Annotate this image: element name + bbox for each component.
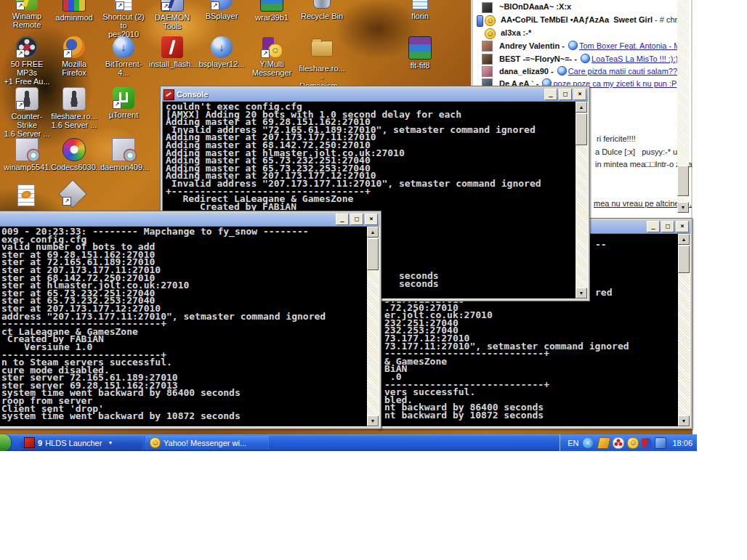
winamp-remote-icon bbox=[16, 0, 38, 10]
contact-status-link[interactable]: LoaTeaS La MisTo !!! :):)):)):) bbox=[591, 54, 681, 63]
taskbar-button-yahoo[interactable]: ☺ Yahoo! Messenger wi... bbox=[145, 436, 269, 450]
avatar bbox=[482, 66, 493, 77]
desktop-icon-bittorrent[interactable]: BitTorrent-4... bbox=[100, 36, 147, 77]
shortcut-arrow-icon bbox=[16, 101, 25, 110]
smiley-icon: ☺ bbox=[485, 28, 496, 39]
desktop-icon-50-free-mp3s[interactable]: 50 FREE MP3s +1 Free Au... bbox=[4, 36, 50, 86]
console-fragment: -- bbox=[595, 240, 607, 248]
scroll-up-button[interactable]: ▲ bbox=[576, 102, 587, 113]
tray-icon-pencil[interactable] bbox=[597, 437, 611, 449]
taskbar: 9 HLDS Launcher ▼ ☺ Yahoo! Messenger wi.… bbox=[0, 434, 697, 451]
minimize-button[interactable]: _ bbox=[647, 221, 660, 232]
contact-row[interactable]: ~BlOnDAaaA~ :X:x bbox=[473, 2, 681, 14]
console-scrollbar[interactable]: ▲ ▼ bbox=[678, 234, 690, 426]
scrollbar-thumb[interactable] bbox=[677, 166, 689, 196]
contact-status-link[interactable]: Care pizda matii cauti salam?? :)):)) bbox=[568, 67, 681, 76]
hide-icons-chevron[interactable]: < bbox=[583, 438, 593, 448]
shortcut-page-icon bbox=[115, 0, 132, 11]
winrar-icon bbox=[408, 36, 432, 60]
contact-name: al3xa :-* bbox=[501, 28, 531, 37]
desktop-icon-recycle-bin[interactable]: Recycle Bin bbox=[299, 0, 345, 20]
icon-label: Mozilla Firefox bbox=[51, 60, 97, 77]
close-button[interactable]: × bbox=[676, 221, 689, 232]
group-count: 9 bbox=[38, 439, 42, 447]
scroll-down-button[interactable]: ▼ bbox=[677, 202, 689, 213]
desktop-icon-adminmod[interactable]: adminmod bbox=[51, 0, 97, 22]
contact-row[interactable]: Andrey Valentin - Tom Boxer Feat. Antoni… bbox=[473, 41, 681, 52]
desktop-icon-ymulti-messenger[interactable]: ☺Y!Multi Messenger bbox=[249, 36, 295, 77]
icon-label: Codecs6030... bbox=[51, 163, 97, 171]
icon-label: flt-fif8 bbox=[397, 61, 443, 70]
close-button[interactable]: × bbox=[365, 214, 378, 225]
icon-label: Winamp Remote bbox=[4, 12, 50, 29]
contact-row[interactable]: ☺AA•CoPiL TeMbEl •AAƒAzAa Sweet Girl - #… bbox=[473, 15, 681, 27]
desktop-icon-florin[interactable]: florin bbox=[397, 0, 443, 20]
desktop-icon-pes2010-shortcut[interactable]: Shortcut (2) to pes2010 bbox=[100, 0, 147, 38]
desktop-icon-doc-partial[interactable] bbox=[17, 184, 35, 206]
music-status-icon bbox=[568, 41, 578, 50]
shortcut-arrow-icon bbox=[16, 49, 25, 58]
desktop-icon-mozilla-firefox[interactable]: Mozilla Firefox bbox=[51, 36, 97, 77]
counter-strike-icon bbox=[62, 87, 86, 110]
tray-icon-swoosh[interactable] bbox=[642, 437, 653, 449]
desktop-icon-wrar39b1[interactable]: wrar39b1 bbox=[249, 0, 295, 22]
console-output[interactable]: 009 - 20:23:33: -------- Mapchange to fy… bbox=[0, 226, 379, 427]
yahoo-scrollbar[interactable]: ▼ bbox=[677, 0, 689, 213]
tray-icon-windows[interactable] bbox=[655, 437, 666, 449]
maximize-button[interactable]: □ bbox=[350, 214, 363, 225]
maximize-button[interactable]: □ bbox=[559, 89, 572, 100]
hlds-console-window-left[interactable]: _ □ × 009 - 20:23:33: -------- Mapchange… bbox=[0, 211, 381, 429]
desktop-icon-install-flash[interactable]: install_flash... bbox=[149, 36, 195, 68]
desktop-icon-cs-server-2[interactable]: fileshare.ro... 1.6 Server ... bbox=[51, 87, 97, 129]
contact-name: ~BlOnDAaaA~ :X:x bbox=[499, 2, 571, 11]
scroll-down-button[interactable]: ▼ bbox=[678, 415, 690, 426]
scrollbar-thumb[interactable] bbox=[678, 245, 690, 273]
icon-label: µTorrent bbox=[100, 110, 147, 119]
desktop-icon-flt-fif8[interactable]: flt-fif8 bbox=[397, 36, 443, 70]
scrollbar-thumb[interactable] bbox=[367, 238, 379, 270]
tray-icon-bsplayer[interactable] bbox=[613, 437, 624, 449]
desktop-icon-diamond-partial[interactable] bbox=[62, 182, 83, 204]
language-indicator[interactable]: EN bbox=[568, 439, 578, 447]
desktop-icon-winamp-remote[interactable]: Winamp Remote bbox=[4, 0, 50, 29]
icon-label: Recycle Bin bbox=[299, 12, 345, 20]
installer-cd-icon bbox=[15, 138, 39, 161]
desktop-icon-bsplayer[interactable]: BSplayer bbox=[198, 0, 245, 20]
minimize-button[interactable]: _ bbox=[336, 214, 349, 225]
desktop-icon-winamp5541[interactable]: winamp5541... bbox=[4, 138, 50, 171]
close-button[interactable]: × bbox=[573, 89, 586, 100]
desktop-icon-fileshare-folder[interactable]: fileshare.ro... - Romanism... bbox=[299, 36, 345, 90]
scrollbar-thumb[interactable] bbox=[576, 113, 587, 145]
scroll-down-button[interactable]: ▼ bbox=[367, 415, 379, 426]
tray-clock[interactable]: 18:06 bbox=[672, 439, 693, 447]
maximize-button[interactable]: □ bbox=[661, 221, 674, 232]
contact-row[interactable]: BEST -=~FloryN~=- - LoaTeaS La MisTo !!!… bbox=[473, 54, 681, 65]
contact-name: AA•CoPiL TeMbEl •AAƒAzAa Sweet Girl bbox=[501, 15, 653, 24]
minimize-button[interactable]: _ bbox=[544, 89, 557, 100]
desktop-icon-utorrent[interactable]: µTorrent bbox=[100, 87, 147, 119]
scroll-up-button[interactable]: ▲ bbox=[367, 227, 379, 238]
taskbar-button-hlds[interactable]: 9 HLDS Launcher ▼ bbox=[20, 436, 143, 450]
titlebar[interactable]: _ □ × bbox=[0, 213, 379, 226]
console-scrollbar[interactable]: ▲ ▼ bbox=[576, 102, 587, 299]
contact-status-link[interactable]: Tom Boxer Feat. Antonia - Morena bbox=[579, 41, 681, 50]
desktop-icon-bsplayer12[interactable]: bsplayer12... bbox=[198, 36, 245, 68]
winrar-icon bbox=[260, 0, 283, 12]
start-button[interactable] bbox=[0, 434, 11, 451]
tray-icon-yahoo-smiley[interactable]: ☺ bbox=[627, 437, 639, 449]
titlebar[interactable]: Console _ □ × bbox=[162, 88, 588, 101]
contact-row[interactable]: ☺al3xa :-* bbox=[473, 28, 681, 40]
contact-name: Andrey Valentin - bbox=[499, 41, 567, 50]
contact-row[interactable]: dana_eliza90 - Care pizda matii cauti sa… bbox=[473, 66, 681, 78]
icon-label: BitTorrent-4... bbox=[100, 60, 147, 77]
console-window-icon bbox=[163, 89, 174, 100]
desktop-icon-cs-server-1[interactable]: Counter-Strike 1.6 Server ... bbox=[4, 87, 50, 138]
group-dropdown-icon[interactable]: ▼ bbox=[108, 440, 113, 445]
codec-pack-icon bbox=[62, 138, 86, 161]
desktop-icon-daemon-tools[interactable]: DAEMON Tools bbox=[149, 0, 195, 31]
console-scrollbar[interactable]: ▲ ▼ bbox=[367, 227, 379, 426]
adminmod-icon bbox=[62, 0, 86, 12]
console-fragment: red bbox=[595, 288, 612, 296]
scroll-down-button[interactable]: ▼ bbox=[576, 288, 587, 299]
desktop-icon-codecs6030[interactable]: Codecs6030... bbox=[51, 138, 97, 171]
